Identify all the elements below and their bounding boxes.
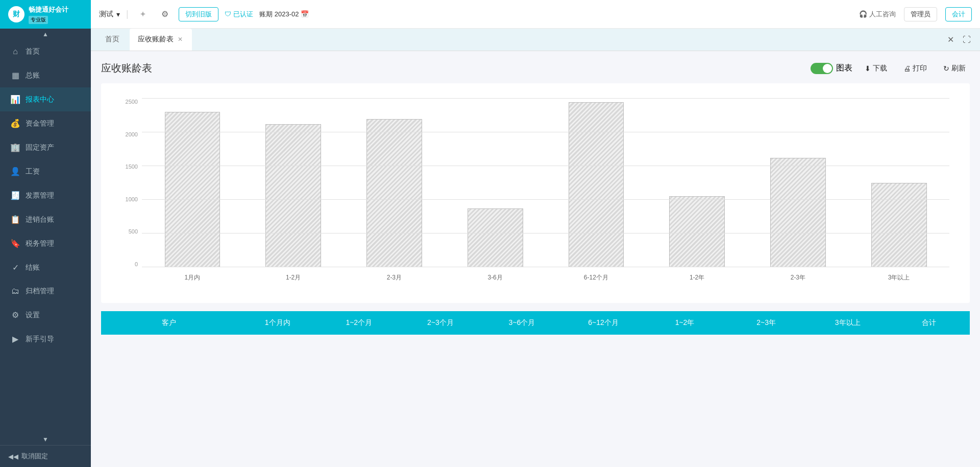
bar-1 <box>265 124 321 268</box>
sidebar-item-guide[interactable]: ▶ 新手引导 <box>0 327 91 351</box>
chart-grid <box>142 99 949 267</box>
grid-line-500 <box>142 233 949 233</box>
bar-0 <box>165 112 220 267</box>
page-actions: 图表 ⬇ 下载 🖨 打印 ↻ 刷新 <box>811 62 970 75</box>
bar-4 <box>569 102 624 267</box>
tax-icon: 🔖 <box>10 239 20 248</box>
scroll-up-arrow[interactable]: ▲ <box>0 29 91 40</box>
tab-label-1: 应收账龄表 <box>138 35 174 44</box>
sidebar-item-sales[interactable]: 📋 进销台账 <box>0 207 91 231</box>
bar-group-6 <box>748 99 849 267</box>
sidebar-item-funds[interactable]: 💰 资金管理 <box>0 111 91 135</box>
table-header-6: 1~2年 <box>644 311 726 335</box>
table-header-5: 6~12个月 <box>562 311 644 335</box>
sidebar-label-archive: 归档管理 <box>26 287 54 296</box>
table-header: 客户1个月内1~2个月2~3个月3~6个月6~12个月1~2年2~3年3年以上合… <box>101 311 970 335</box>
logo-icon: 财 <box>8 6 24 22</box>
x-label-5: 1-2年 <box>647 267 748 288</box>
guide-icon: ▶ <box>10 334 20 344</box>
sidebar-item-settings[interactable]: ⚙ 设置 <box>0 303 91 327</box>
sidebar-item-home[interactable]: ⌂ 首页 <box>0 40 91 63</box>
x-label-1: 1-2月 <box>243 267 344 288</box>
bar-2 <box>366 119 422 267</box>
sales-icon: 📋 <box>10 215 20 224</box>
page-header: 应收账龄表 图表 ⬇ 下载 🖨 打印 ↻ <box>101 61 970 75</box>
home-icon: ⌂ <box>10 47 20 56</box>
tab-1[interactable]: 应收账龄表✕ <box>130 29 192 51</box>
grid-line-2000 <box>142 132 949 132</box>
sidebar-label-reports: 报表中心 <box>26 95 54 104</box>
headset-icon: 🎧 <box>859 10 867 18</box>
download-button[interactable]: ⬇ 下载 <box>861 62 891 75</box>
x-label-2: 2-3月 <box>344 267 445 288</box>
table-header-8: 3年以上 <box>807 311 889 335</box>
sidebar-item-salary[interactable]: 👤 工资 <box>0 159 91 183</box>
sidebar-label-settings: 设置 <box>26 311 40 320</box>
sidebar-label-close: 结账 <box>26 263 40 272</box>
sidebar-item-archive[interactable]: 🗂 归档管理 <box>0 279 91 303</box>
x-axis: 1月内1-2月2-3月3-6月6-12个月1-2年2-3年3年以上 <box>142 267 949 288</box>
shield-icon: 🛡 <box>225 10 231 18</box>
sidebar: 财 畅捷通好会计 专业版 ▲ ⌂ 首页 ▦ 总账 📊 报表中心 💰 资金管理 🏢… <box>0 0 91 467</box>
bar-group-7 <box>848 99 949 267</box>
print-icon: 🖨 <box>903 64 911 73</box>
y-axis: 0 500 1000 1500 2000 2500 <box>116 99 142 267</box>
calendar-icon[interactable]: 📅 <box>301 10 309 18</box>
sidebar-label-funds: 资金管理 <box>26 119 54 128</box>
print-button[interactable]: 🖨 打印 <box>899 62 931 75</box>
bar-group-1 <box>243 99 344 267</box>
module-selector[interactable]: 测试 ▾ <box>99 10 120 19</box>
refresh-button[interactable]: ↻ 刷新 <box>939 62 970 75</box>
sidebar-label-tax: 税务管理 <box>26 239 54 248</box>
unpin-label: 取消固定 <box>21 452 48 461</box>
role-button[interactable]: 会计 <box>945 7 972 21</box>
tab-close-1[interactable]: ✕ <box>177 35 184 44</box>
add-button[interactable]: ＋ <box>135 7 151 21</box>
x-label-3: 3-6月 <box>445 267 546 288</box>
bar-5 <box>669 196 725 267</box>
close-window-button[interactable]: ✕ <box>943 33 958 47</box>
chart-toggle[interactable] <box>811 63 833 74</box>
refresh-icon: ↻ <box>943 64 949 73</box>
data-table: 客户1个月内1~2个月2~3个月3~6个月6~12个月1~2年2~3年3年以上合… <box>101 311 970 335</box>
sidebar-item-assets[interactable]: 🏢 固定资产 <box>0 135 91 159</box>
sidebar-label-home: 首页 <box>26 47 40 56</box>
funds-icon: 💰 <box>10 119 20 128</box>
reports-icon: 📊 <box>10 95 20 104</box>
maximize-window-button[interactable]: ⛶ <box>960 33 974 47</box>
download-icon: ⬇ <box>865 64 871 73</box>
sidebar-item-ledger[interactable]: ▦ 总账 <box>0 63 91 87</box>
chart-area: 0 500 1000 1500 2000 2500 <box>116 94 954 288</box>
user-button[interactable]: 管理员 <box>904 7 937 21</box>
sidebar-item-close[interactable]: ✓ 结账 <box>0 255 91 279</box>
sidebar-label-ledger: 总账 <box>26 71 40 80</box>
bar-7 <box>871 183 927 267</box>
settings-button[interactable]: ⚙ <box>157 7 173 21</box>
tab-0[interactable]: 首页 <box>97 29 128 51</box>
sidebar-label-guide: 新手引导 <box>26 335 54 344</box>
switch-version-button[interactable]: 切到旧版 <box>179 7 218 21</box>
grid-line-2500 <box>142 98 949 99</box>
archive-icon: 🗂 <box>10 287 20 296</box>
unpin-button[interactable]: ◀◀ 取消固定 <box>0 445 91 467</box>
chart-toggle-container: 图表 <box>811 63 852 74</box>
scroll-down-arrow[interactable]: ▼ <box>0 434 91 445</box>
invoice-icon: 🧾 <box>10 191 20 200</box>
tab-bar: 首页应收账龄表✕ ✕ ⛶ <box>91 29 980 51</box>
sidebar-label-assets: 固定资产 <box>26 143 54 152</box>
table-header-7: 2~3年 <box>725 311 807 335</box>
certified-status: 🛡 已认证 <box>225 10 253 19</box>
table-header-1: 1个月内 <box>237 311 318 335</box>
sidebar-label-salary: 工资 <box>26 167 40 176</box>
help-button[interactable]: 🎧 人工咨询 <box>859 10 896 19</box>
sidebar-item-tax[interactable]: 🔖 税务管理 <box>0 231 91 255</box>
x-label-0: 1月内 <box>142 267 243 288</box>
period-value: 2023-02 <box>275 10 299 18</box>
sidebar-label-invoice: 发票管理 <box>26 191 54 200</box>
sidebar-item-invoice[interactable]: 🧾 发票管理 <box>0 183 91 207</box>
x-label-7: 3年以上 <box>848 267 949 288</box>
help-label: 人工咨询 <box>869 10 896 19</box>
grid-line-1000 <box>142 199 949 200</box>
sidebar-item-reports[interactable]: 📊 报表中心 <box>0 87 91 111</box>
ledger-icon: ▦ <box>10 71 20 80</box>
